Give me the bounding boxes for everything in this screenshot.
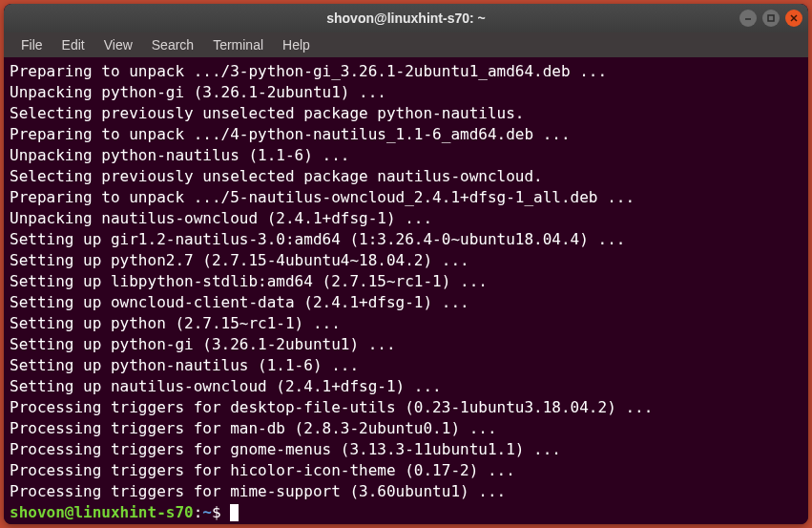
terminal-line: Selecting previously unselected package …	[10, 103, 802, 124]
terminal-line: Setting up nautilus-owncloud (2.4.1+dfsg…	[10, 376, 802, 397]
terminal-line: Preparing to unpack .../5-nautilus-owncl…	[10, 187, 802, 208]
terminal-line: Processing triggers for hicolor-icon-the…	[10, 460, 802, 481]
menu-edit[interactable]: Edit	[52, 33, 94, 56]
terminal-line: Setting up gir1.2-nautilus-3.0:amd64 (1:…	[10, 229, 802, 250]
cursor	[230, 504, 239, 521]
terminal-line: Setting up python2.7 (2.7.15-4ubuntu4~18…	[10, 250, 802, 271]
terminal-line: Unpacking python-gi (3.26.1-2ubuntu1) ..…	[10, 82, 802, 103]
terminal-line: Preparing to unpack .../3-python-gi_3.26…	[10, 61, 802, 82]
prompt-dollar: $	[212, 503, 230, 521]
svg-rect-1	[768, 15, 774, 21]
terminal-line: Setting up python (2.7.15~rc1-1) ...	[10, 313, 802, 334]
prompt-user-host: shovon@linuxhint-s70	[10, 503, 194, 521]
maximize-icon	[766, 13, 776, 23]
terminal-window: shovon@linuxhint-s70: ~ File Edit View S…	[4, 4, 808, 524]
terminal-line: Setting up python-gi (3.26.1-2ubuntu1) .…	[10, 334, 802, 355]
prompt-path: ~	[202, 503, 212, 521]
menu-help[interactable]: Help	[273, 33, 320, 56]
minimize-button[interactable]	[739, 10, 757, 27]
terminal-line: Processing triggers for gnome-menus (3.1…	[10, 439, 802, 460]
terminal-line: Selecting previously unselected package …	[10, 166, 802, 187]
terminal-body[interactable]: Preparing to unpack .../3-python-gi_3.26…	[4, 57, 808, 524]
window-title: shovon@linuxhint-s70: ~	[326, 11, 486, 26]
terminal-line: Preparing to unpack .../4-python-nautilu…	[10, 124, 802, 145]
menubar: File Edit View Search Terminal Help	[4, 32, 808, 57]
terminal-line: Unpacking python-nautilus (1.1-6) ...	[10, 145, 802, 166]
terminal-line: Setting up python-nautilus (1.1-6) ...	[10, 355, 802, 376]
titlebar: shovon@linuxhint-s70: ~	[4, 4, 808, 32]
maximize-button[interactable]	[762, 10, 780, 27]
prompt-colon: :	[194, 503, 203, 521]
window-controls	[739, 10, 802, 27]
terminal-line: Setting up libpython-stdlib:amd64 (2.7.1…	[10, 271, 802, 292]
close-icon	[789, 13, 799, 23]
menu-view[interactable]: View	[94, 33, 142, 56]
terminal-line: Setting up owncloud-client-data (2.4.1+d…	[10, 292, 802, 313]
terminal-prompt: shovon@linuxhint-s70:~$	[10, 502, 802, 523]
menu-file[interactable]: File	[11, 33, 52, 56]
menu-search[interactable]: Search	[142, 33, 203, 56]
terminal-line: Unpacking nautilus-owncloud (2.4.1+dfsg-…	[10, 208, 802, 229]
menu-terminal[interactable]: Terminal	[203, 33, 273, 56]
minimize-icon	[743, 13, 753, 23]
terminal-line: Processing triggers for man-db (2.8.3-2u…	[10, 418, 802, 439]
terminal-line: Processing triggers for mime-support (3.…	[10, 481, 802, 502]
terminal-line: Processing triggers for desktop-file-uti…	[10, 397, 802, 418]
close-button[interactable]	[785, 10, 802, 27]
